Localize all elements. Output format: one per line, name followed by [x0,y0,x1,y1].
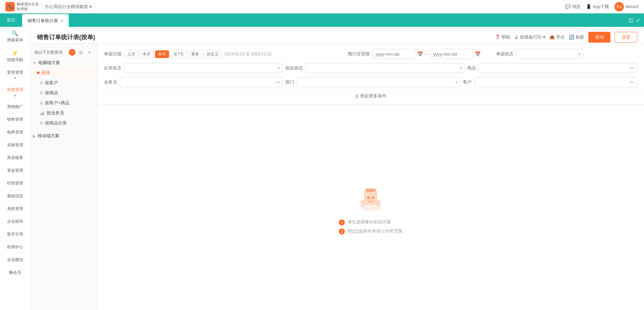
tree-item-by-customer-goods[interactable]: ⊞ 按客户+商品 [30,98,97,108]
tree-item-by-order[interactable]: 按单 [30,68,97,78]
sidebar-item-quicknav[interactable]: ⚡ 快捷导航 [0,47,30,66]
page-actions: ❓ 帮助 🖨 按模板打印 ▾ 📤 导出 🔄 刷新 查询 设置 [495,32,637,43]
salesperson-select[interactable]: ··· [120,77,283,87]
refresh-button[interactable]: 🔄 刷新 [569,34,584,40]
goods-select[interactable]: ··· [479,63,637,73]
sidebar-item-system[interactable]: 系统管理 [0,203,30,215]
tree-item-by-salesperson[interactable]: 📊 按业务员 [30,108,97,118]
sidebar-item-basic[interactable]: 基础信息 [0,190,30,203]
chevron-down-icon: ▾ [90,4,92,9]
sidebar-item-wechat[interactable]: 企业微信 [0,254,30,266]
add-plan-button[interactable]: + [69,49,75,56]
help-button[interactable]: ❓ 帮助 [495,34,510,40]
maximize-icon[interactable]: ⤢ [636,17,640,23]
customer-select[interactable]: ··· [474,77,637,87]
app-selector[interactable]: 办公用品行业模拟账套 ▾ [42,3,95,11]
quicknav-icon: ⚡ [12,50,18,56]
tree-item-by-customer[interactable]: ⊞ 按客户 [30,78,97,88]
right-panel: 单据日期 上月 本月 本年 近7天 更多 自定义 2023-01-01 至 20… [97,44,644,310]
sidebar-item-inventory[interactable]: 库存核算 [0,152,30,164]
sidebar-item-operations[interactable]: 经营管理 [0,177,30,190]
minimize-icon[interactable]: ⊡ [629,17,633,23]
close-tab-icon[interactable]: × [61,18,63,23]
export-button[interactable]: 📤 导出 [549,34,565,40]
dept-select[interactable]: ▾ [297,77,460,87]
tab-bar: 首页 销售订单统计表 × ⊡ ⤢ [0,13,644,27]
quick-btn-custom[interactable]: 自定义 [204,50,222,58]
left-panel: 按以下方案查询 + ◎ « ▼ 电脑端方案 按单 ⊞ [30,44,97,310]
sidebar-item-ecommerce[interactable]: 电商管理 [0,126,30,139]
expected-date-start[interactable] [372,49,416,59]
home-tab[interactable]: 首页 [0,13,22,27]
help-icon: ❓ [495,35,500,40]
settings-button[interactable]: 设置 [614,32,637,43]
sidebar-item-wholesale[interactable]: 批发管理 ▲ [0,84,30,101]
tab-bar-right: ⊡ ⤢ [629,17,644,23]
payment-select[interactable]: ▾ [306,63,464,73]
settings-plan-icon[interactable]: ◎ [77,49,84,56]
quick-btns: 上月 本月 本年 近7天 更多 自定义 [124,50,222,58]
quick-btn-lastmonth[interactable]: 上月 [124,50,138,58]
quick-btn-more[interactable]: 更多 [188,50,202,58]
status-select[interactable]: ▾ [516,49,583,59]
sidebar-item-appcenter[interactable]: 应用中心 [0,241,30,254]
logo-icon: 🐾 [5,2,15,11]
quick-btn-thismonth[interactable]: 本月 [140,50,154,58]
tree-item-by-category[interactable]: ⊞ 按商品分类 [30,118,97,128]
print-button[interactable]: 🖨 按模板打印 ▾ [514,34,545,40]
svg-rect-1 [364,190,377,205]
body-with-panel: 按以下方案查询 + ◎ « ▼ 电脑端方案 按单 ⊞ [30,44,644,310]
chevron-retail-icon: ▼ [14,76,17,80]
salesperson-more-icon[interactable]: ··· [275,79,280,85]
sidebar-item-collab[interactable]: 企业协同 [0,215,30,228]
payment-label: 收款状态 [285,65,303,71]
dept-arrow-icon: ▾ [455,81,457,84]
salesperson-label: 业务员 [104,79,117,85]
outbound-arrow-icon: ▾ [278,66,280,70]
panel-header: 按以下方案查询 + ◎ « [30,47,97,58]
message-icon: 💬 [565,4,571,9]
customer-more-icon[interactable]: ··· [630,79,634,85]
sidebar-item-guide[interactable]: 新手引导 [0,228,30,241]
message-button[interactable]: 💬 消息 [565,4,581,10]
avatar: Ea [614,2,624,11]
logo-text: 畅捷通好生意 标准版 [17,2,39,11]
expected-date-label: 预计交货期 [348,51,370,57]
sidebar-item-purchase[interactable]: 采购管理 [0,139,30,152]
tree-section-mobile: ▶ 移动端方案 [30,131,97,141]
active-tab[interactable]: 销售订单统计表 × [22,14,69,28]
payment-arrow-icon: ▾ [460,66,462,70]
sidebar-item-sales[interactable]: 销售管理 [0,113,30,126]
tree-dot-icon [37,71,40,74]
page-title: 销售订单统计表(按单) [37,33,95,41]
calendar-end-icon[interactable]: 📅 [475,51,481,57]
svg-rect-5 [361,200,365,207]
expected-date-end[interactable] [430,49,474,59]
goods-more-icon[interactable]: ··· [630,65,634,71]
sidebar-item-retail[interactable]: 零售管理 ▼ [0,66,30,84]
date-range-display: 2023-01-01 至 2023-12-31 [224,51,345,57]
quick-btn-7days[interactable]: 近7天 [170,50,187,58]
quick-btn-thisyear[interactable]: 本年 [155,50,169,58]
app-download-button[interactable]: 📱 App下载 [586,4,609,10]
status-arrow-icon: ▾ [579,52,580,56]
sidebar-item-marketing[interactable]: 营销推广 [0,101,30,113]
sidebar-item-finance[interactable]: 资金管理 [0,164,30,177]
sidebar: 🔍 搜索菜单 ⚡ 快捷导航 零售管理 ▼ 批发管理 ▲ 营销推广 销售管理 电商… [0,27,30,310]
collapse-filter-button[interactable]: ⋀ 收起更多条件 [97,90,644,102]
user-menu[interactable]: Ea demo2 [614,2,639,11]
salesperson-icon: 📊 [40,111,45,115]
sidebar-item-search[interactable]: 🔍 搜索菜单 [0,27,30,47]
results-area: 1 请先选择要分析的方案 2 用[过滤]条件来缩小分析范围 [97,105,644,310]
sidebar-item-member[interactable]: 畅会员 [0,266,30,279]
calendar-start-icon[interactable]: 📅 [417,51,423,57]
outbound-label: 出库状态 [104,65,121,71]
query-button[interactable]: 查询 [588,32,610,43]
svg-point-4 [372,196,374,199]
toggle-panel-button[interactable]: « [86,49,93,56]
svg-rect-6 [377,200,381,207]
outbound-select[interactable]: ▾ [124,63,283,73]
dept-label: 部门 [285,79,294,85]
print-icon: 🖨 [514,35,519,40]
tree-item-by-goods[interactable]: ⊞ 按商品 [30,88,97,98]
